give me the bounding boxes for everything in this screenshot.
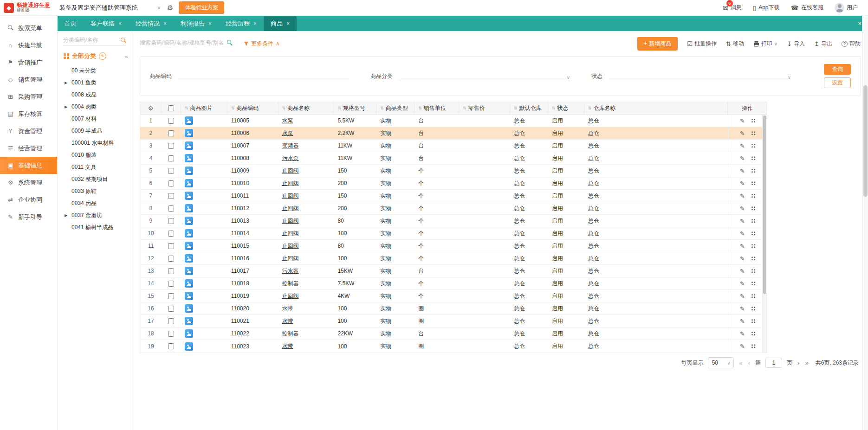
row-checkbox[interactable] [168, 256, 174, 262]
category-item[interactable]: 0011 文具 [58, 161, 132, 173]
tab[interactable]: 客户联络 × [84, 16, 129, 31]
messages-button[interactable]: ✉ 6 消息 [723, 4, 742, 12]
import-button[interactable]: ↧ 导入 [787, 40, 805, 48]
help-button[interactable]: ? 帮助 [842, 40, 861, 48]
more-actions-grid-icon[interactable]: ∷ [751, 293, 756, 299]
tab[interactable]: 利润报告 × [174, 16, 219, 31]
tab[interactable]: 经营情况 × [129, 16, 174, 31]
product-image[interactable] [185, 292, 193, 300]
product-image[interactable] [185, 242, 193, 250]
product-image[interactable] [185, 129, 193, 137]
product-name-link[interactable]: 水泵 [282, 117, 293, 125]
product-name-link[interactable]: 止回阀 [282, 205, 299, 212]
sort-icon[interactable]: ⇅ [552, 106, 556, 110]
more-actions-grid-icon[interactable]: ∷ [751, 268, 756, 274]
sidebar-item[interactable]: ◇ 销售管理 [0, 71, 57, 88]
more-actions-grid-icon[interactable]: ∷ [751, 331, 756, 337]
expand-triangle-icon[interactable]: ▶ [65, 213, 67, 218]
sidebar-item[interactable]: ⚙ 系统管理 [0, 174, 57, 191]
sort-icon[interactable]: ⇅ [463, 106, 466, 110]
edit-icon[interactable]: ✎ [740, 155, 745, 161]
sort-icon[interactable]: ⇅ [231, 106, 235, 110]
column-header[interactable]: ⇅ 规格型号 [334, 102, 376, 114]
column-header[interactable]: ⇅ 销售单位 [415, 102, 459, 114]
edit-icon[interactable]: ✎ [740, 130, 745, 136]
last-page-button[interactable]: » [804, 359, 809, 366]
edit-icon[interactable]: ✎ [740, 118, 745, 124]
row-checkbox[interactable] [168, 306, 174, 312]
product-image[interactable] [185, 267, 193, 275]
collapse-panel-icon[interactable]: « [125, 53, 128, 60]
product-name-link[interactable]: 止回阀 [282, 192, 299, 200]
column-header[interactable]: 操作 [728, 102, 767, 114]
category-item[interactable]: ▶ 0037 金磨坊 [58, 209, 132, 221]
product-name-link[interactable]: 污水泵 [282, 267, 299, 275]
category-all[interactable]: 全部分类 ✎ « [58, 46, 132, 64]
search-icon[interactable] [227, 39, 233, 45]
product-image[interactable] [185, 154, 193, 162]
edit-icon[interactable]: ✎ [740, 243, 745, 249]
more-conditions-toggle[interactable]: 更多条件 ∧ [244, 40, 280, 48]
edit-icon[interactable]: ✎ [740, 281, 745, 287]
tab-close-icon[interactable]: × [208, 20, 212, 27]
row-checkbox[interactable] [168, 243, 174, 249]
product-image[interactable] [185, 329, 193, 338]
sidebar-item[interactable]: ⚑ 营销推广 [0, 54, 57, 71]
edit-icon[interactable]: ✎ [740, 343, 745, 349]
sidebar-item[interactable]: ☰ 经营管理 [0, 140, 57, 157]
app-download-button[interactable]: ▯ App下载 [752, 4, 779, 12]
batch-actions-button[interactable]: ☑ 批量操作 [687, 40, 717, 48]
sidebar-item[interactable]: ✎ 新手引导 [0, 208, 57, 225]
sort-icon[interactable]: ⇅ [588, 106, 592, 110]
column-header[interactable]: ⇅ 商品图片 [181, 102, 227, 114]
sort-icon[interactable]: ⇅ [337, 106, 341, 110]
product-image[interactable] [185, 229, 193, 237]
row-checkbox[interactable] [168, 168, 174, 174]
product-code-input[interactable] [178, 71, 349, 81]
product-category-select[interactable]: ∨ [399, 71, 570, 81]
product-image[interactable] [185, 141, 193, 150]
print-button[interactable]: 打印 ∨ [753, 40, 777, 48]
edit-icon[interactable]: ✎ [740, 205, 745, 212]
row-checkbox[interactable] [168, 143, 174, 149]
product-name-link[interactable]: 污水泵 [282, 154, 299, 162]
move-button[interactable]: ⇅ 移动 [726, 40, 744, 48]
row-checkbox[interactable] [168, 343, 174, 349]
settings-button[interactable]: 设置 [824, 77, 851, 88]
more-actions-grid-icon[interactable]: ∷ [751, 193, 756, 199]
product-name-link[interactable]: 止回阀 [282, 292, 299, 300]
product-image[interactable] [185, 192, 193, 200]
edit-category-icon[interactable]: ✎ [99, 52, 106, 60]
first-page-button[interactable]: « [738, 359, 743, 366]
category-item[interactable]: ▶ 0004 肉类 [58, 101, 132, 113]
sort-icon[interactable]: ⇅ [282, 106, 286, 110]
tab-close-icon[interactable]: × [286, 20, 290, 27]
user-menu[interactable]: 用户 [835, 3, 858, 13]
category-item[interactable]: ▶ 0001 鱼类 [58, 77, 132, 89]
product-name-link[interactable]: 止回阀 [282, 180, 299, 187]
product-image[interactable] [185, 217, 193, 225]
edit-icon[interactable]: ✎ [740, 331, 745, 337]
category-item[interactable]: 0009 半成品 [58, 125, 132, 137]
sort-icon[interactable]: ⇅ [185, 106, 188, 110]
page-input[interactable] [765, 358, 782, 368]
product-image[interactable] [185, 179, 193, 187]
product-name-link[interactable]: 水泵 [282, 129, 293, 137]
select-all-checkbox[interactable] [168, 105, 174, 111]
category-item[interactable]: 0007 材料 [58, 113, 132, 125]
more-actions-grid-icon[interactable]: ∷ [751, 243, 756, 249]
category-item[interactable]: 0033 原鞋 [58, 185, 132, 197]
more-actions-grid-icon[interactable]: ∷ [751, 281, 756, 287]
system-select[interactable]: 装备及固定资产辅助管理系统 ∨ [59, 4, 161, 12]
row-checkbox[interactable] [168, 193, 174, 199]
next-page-button[interactable]: › [797, 359, 800, 366]
edit-icon[interactable]: ✎ [740, 180, 745, 186]
edit-icon[interactable]: ✎ [740, 218, 745, 224]
search-icon[interactable] [120, 37, 126, 43]
product-name-link[interactable]: 水带 [282, 317, 293, 325]
more-actions-grid-icon[interactable]: ∷ [751, 180, 756, 186]
tab-close-icon[interactable]: × [118, 20, 122, 27]
product-name-link[interactable]: 止回阀 [282, 167, 299, 175]
row-checkbox[interactable] [168, 318, 174, 324]
edit-icon[interactable]: ✎ [740, 306, 745, 312]
